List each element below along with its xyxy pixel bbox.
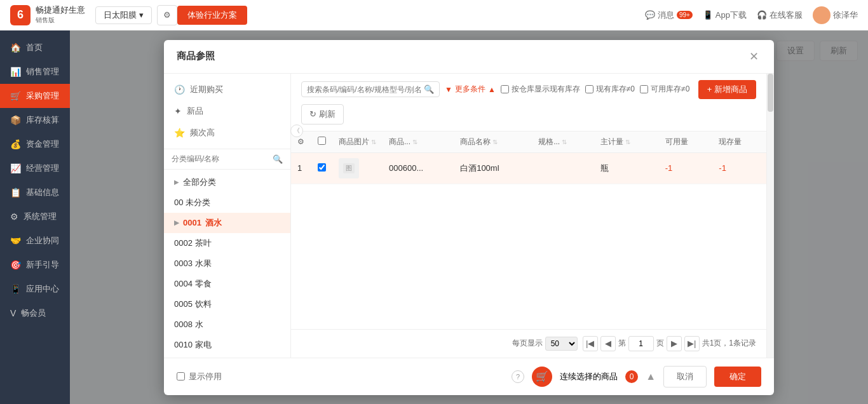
row-img: 图 [332,152,383,184]
add-product-button[interactable]: + 新增商品 [698,80,756,99]
category-all[interactable]: ▶ 全部分类 [164,172,290,192]
last-page-button[interactable]: ▶| [684,336,700,351]
sidebar-item-operations[interactable]: 📈 经营管理 [0,156,70,180]
checkbox-available[interactable] [585,85,593,93]
sidebar-item-sales[interactable]: 📊 销售管理 [0,60,70,84]
scrollbar[interactable] [766,74,774,358]
refresh-button[interactable]: ↻ 刷新 [301,104,344,125]
settings-icon[interactable]: ⚙ [157,5,177,25]
category-00[interactable]: 00 未分类 [164,192,290,213]
search-icon[interactable]: 🔍 [424,84,434,94]
checkbox-usable-label[interactable]: 可用库存≠0 [640,84,689,95]
sidebar-item-home-label: 首页 [26,42,43,53]
filter-bar: 🔍 ▼ 更多条件 ▲ 按仓库显示现有库存 [291,74,766,131]
page-number-input[interactable] [628,336,654,351]
sidebar-item-basicinfo[interactable]: 📋 基础信息 [0,180,70,205]
modal-body: 🕐 近期购买 ✦ 新品 ⭐ 频次高 [164,74,774,358]
sidebar-item-purchase[interactable]: 🛒 采购管理 [0,84,70,108]
sidebar-item-enterprise[interactable]: 🤝 企业协同 [0,229,70,253]
cart-icon: 🛒 [536,370,548,382]
inventory-icon: 📦 [10,115,21,125]
modal-close-button[interactable]: ✕ [746,49,761,64]
category-all-label: 全部分类 [183,177,216,188]
category-0004[interactable]: 0004 零食 [164,274,290,294]
product-search-input[interactable] [307,85,421,94]
category-0008[interactable]: 0008 水 [164,314,290,335]
checkbox-warehouse[interactable] [501,85,509,93]
th-product-name: 商品名称 ⇅ [454,131,532,153]
sort-unit-icon[interactable]: ⇅ [625,138,630,145]
category-0005[interactable]: 0005 饮料 [164,294,290,314]
cancel-button[interactable]: 取消 [663,366,707,387]
home-icon: 🏠 [10,43,21,53]
product-table: ⚙ 商品图片 ⇅ [291,131,766,184]
refresh-icon: ↻ [309,109,316,119]
table-row[interactable]: 1 图 [291,152,766,184]
row-available: -1 [659,152,713,184]
prev-page-button[interactable]: ◀ [600,336,616,351]
sidebar-item-system[interactable]: ⚙ 系统管理 [0,205,70,229]
sidebar-item-home[interactable]: 🏠 首页 [0,36,70,60]
system-icon: ⚙ [10,212,18,222]
category-search-input[interactable] [172,154,268,163]
sort-name-icon[interactable]: ⇅ [492,138,498,145]
page-word: 第 [618,338,626,349]
more-conditions-button[interactable]: ▼ 更多条件 ▲ [445,84,496,95]
collapse-up-icon[interactable]: ▲ [646,371,656,382]
th-checkbox [311,131,332,153]
sidebar-item-finance[interactable]: 💰 资金管理 [0,132,70,156]
main-layout: 🏠 首页 📊 销售管理 🛒 采购管理 📦 库存核算 💰 资金管理 📈 经营管理 … [0,30,868,404]
display-disabled-checkbox[interactable] [177,372,185,380]
th-image-label: 商品图片 [339,137,369,147]
messages-nav-item[interactable]: 💬 消息 99+ [645,10,693,21]
online-service-label: 在线客服 [770,10,803,21]
sort-spec-icon[interactable]: ⇅ [562,138,567,145]
footer-right: ? 🛒 连续选择的商品 0 ▲ 取消 确定 [512,366,761,387]
sidebar-item-sales-label: 销售管理 [26,66,59,77]
category-0003[interactable]: 0003 水果 [164,253,290,274]
help-icon[interactable]: ? [512,370,524,383]
display-disabled-label[interactable]: 显示停用 [177,371,222,382]
sidebar-item-guide-label: 新手引导 [26,259,59,271]
category-0005-label: 0005 饮料 [174,299,212,310]
category-0002[interactable]: 0002 茶叶 [164,233,290,253]
th-product-image: 商品图片 ⇅ [332,131,383,153]
confirm-button[interactable]: 确定 [714,367,761,387]
trial-button[interactable]: 体验行业方案 [177,6,247,25]
chevron-down-icon: ▾ [139,10,144,20]
sidebar-item-guide[interactable]: 🎯 新手引导 [0,253,70,277]
sidebar-item-member[interactable]: V 畅会员 [0,301,70,325]
page-total-label: 共1页，1条记录 [702,338,756,349]
category-search-icon[interactable]: 🔍 [273,154,283,164]
checkbox-available-text: 现有库存≠0 [596,84,635,95]
category-search-area: 🔍 [164,149,290,170]
first-page-button[interactable]: |◀ [583,336,598,351]
sort-code-icon[interactable]: ⇅ [412,138,417,145]
app-download-nav-item[interactable]: 📱 App下载 [703,10,747,21]
checkbox-warehouse-label[interactable]: 按仓库显示现有库存 [501,84,580,95]
quick-tabs: 🕐 近期购买 ✦ 新品 ⭐ 频次高 [164,74,290,149]
per-page-select[interactable]: 50 10 20 100 [545,337,578,351]
company-dropdown[interactable]: 日太阳膜 ▾ [95,6,152,24]
select-all-checkbox[interactable] [318,137,326,145]
frequent-tab[interactable]: ⭐ 频次高 [164,122,290,144]
cart-button[interactable]: 🛒 [532,367,552,387]
checkbox-usable[interactable] [640,85,648,93]
img-tag: 图 [343,163,355,173]
new-icon: ✦ [174,106,182,116]
category-0001[interactable]: ▶ 0001 酒水 [164,213,290,233]
row-checkbox[interactable] [318,163,326,172]
next-page-button[interactable]: ▶ [667,336,682,351]
sidebar-item-inventory[interactable]: 📦 库存核算 [0,108,70,132]
sort-image-icon[interactable]: ⇅ [371,138,376,145]
category-0010[interactable]: 0010 家电 [164,335,290,355]
new-products-tab[interactable]: ✦ 新品 [164,100,290,122]
checkbox-available-label[interactable]: 现有库存≠0 [585,84,635,95]
sidebar-item-apps[interactable]: 📱 应用中心 [0,277,70,301]
left-panel-collapse-button[interactable]: 《 [290,125,303,137]
online-service-nav-item[interactable]: 🎧 在线客服 [757,10,803,21]
recent-purchase-tab[interactable]: 🕐 近期购买 [164,79,290,100]
user-profile-nav-item[interactable]: 徐泽华 [813,6,858,24]
row-unit: 瓶 [594,152,658,184]
th-unit: 主计量 ⇅ [594,131,658,153]
